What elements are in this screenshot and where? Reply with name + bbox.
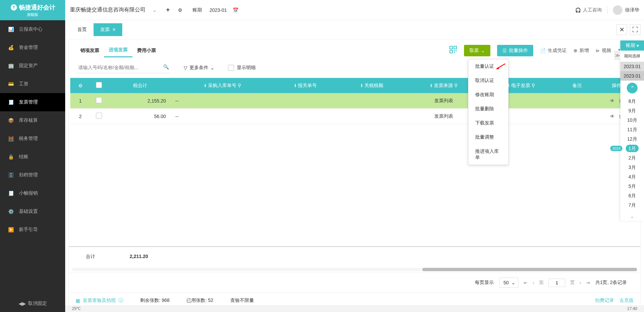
- month-8[interactable]: 8月: [620, 97, 644, 106]
- nav-archive[interactable]: 🗄️归档管理: [0, 166, 65, 184]
- period-toggle-button[interactable]: 账期▾: [620, 40, 644, 51]
- filter-icon[interactable]: ⚲: [532, 83, 535, 88]
- close-all-button[interactable]: ✕: [616, 24, 627, 35]
- company-selector[interactable]: 重庆畅捷交通信息咨询有限公司 ⌄: [70, 6, 157, 13]
- th-checkbox[interactable]: [91, 78, 107, 93]
- row-checkbox[interactable]: [96, 113, 102, 119]
- month-9[interactable]: 9月: [620, 106, 644, 116]
- sort-icon: ▲▼: [360, 84, 363, 88]
- th-settings[interactable]: ⚙: [70, 78, 91, 93]
- table-row[interactable]: 2 56.00 -- 发票列表 是 👁🗑: [70, 109, 639, 124]
- dropdown-batch-delete[interactable]: 批量删除: [468, 102, 508, 116]
- nav-fixed-asset[interactable]: 🏢固定资产: [0, 57, 65, 75]
- recharge-link[interactable]: 去充值: [619, 297, 634, 304]
- th-purchase-no[interactable]: ▲▼采购入库单号 ⚲: [173, 78, 272, 93]
- table: ⚙ 税合计 ▲▼采购入库单号 ⚲ ▲▼报关单号 ▲▼关税税额 ▲▼发票来源 ⚲ …: [69, 78, 640, 246]
- per-page-select[interactable]: 50⌄: [499, 278, 519, 288]
- fullscreen-button[interactable]: ⛶: [630, 24, 641, 35]
- filter-icon[interactable]: ⚲: [454, 83, 458, 88]
- table-row[interactable]: 1 2,155.20 -- 发票列表 是 👁🗑: [70, 93, 639, 109]
- user-menu[interactable]: 徐泽华: [613, 5, 639, 15]
- dropdown-push-stock[interactable]: 推进项入库单: [468, 144, 508, 165]
- nav-fund[interactable]: 💰资金管理: [0, 38, 65, 57]
- subtab-sales[interactable]: 销项发票: [76, 44, 104, 57]
- add-icon[interactable]: +: [166, 6, 170, 13]
- th-tax-total[interactable]: 税合计: [107, 78, 173, 93]
- next-page-icon[interactable]: ›: [579, 280, 581, 285]
- nav-guide[interactable]: ▶️新手引导: [0, 221, 65, 239]
- first-page-icon[interactable]: ⇤: [524, 280, 528, 285]
- period-year-1[interactable]: 2023.01: [620, 62, 644, 71]
- temperature: 25℃: [72, 306, 81, 311]
- row-checkbox[interactable]: [96, 97, 102, 103]
- month-12[interactable]: 12月: [620, 135, 644, 144]
- dropdown-batch-adjust[interactable]: 批量调整: [468, 130, 508, 144]
- dropdown-download[interactable]: 下载发票: [468, 116, 508, 130]
- nav-settings[interactable]: ⚙️基础设置: [0, 202, 65, 221]
- tab-invoice[interactable]: 发票 ×: [94, 23, 122, 36]
- view-icon[interactable]: 👁: [610, 98, 615, 104]
- tab-row: 首页 发票 × ✕ ⛶: [65, 20, 644, 39]
- scroll-down-icon[interactable]: ⌄: [620, 211, 644, 221]
- sidebar-unpin[interactable]: ◀▶取消固定: [0, 295, 65, 312]
- nav-inventory[interactable]: 📦库存核算: [0, 111, 65, 130]
- last-page-icon[interactable]: ⇥: [586, 280, 590, 285]
- dropdown-batch-auth[interactable]: 批量认证: [468, 59, 508, 74]
- show-detail-checkbox[interactable]: 显示明细: [228, 65, 256, 71]
- panel-collapse-handle[interactable]: ≫: [614, 51, 620, 60]
- month-10[interactable]: 10月: [620, 116, 644, 125]
- nav-tax[interactable]: 🧮税务管理: [0, 130, 65, 148]
- fetch-button[interactable]: 取票⌄: [464, 45, 490, 56]
- invoice-icon: 🧾: [7, 99, 14, 106]
- th-customs-no[interactable]: ▲▼报关单号: [272, 78, 339, 93]
- info-icon[interactable]: ⓘ: [119, 297, 123, 304]
- settings-icon[interactable]: ⚙: [178, 7, 182, 13]
- view-icon[interactable]: 👁: [610, 114, 615, 119]
- nav-cloud-report[interactable]: 📊云报表中心: [0, 20, 65, 38]
- more-conditions[interactable]: ▽ 更多条件 ⌄: [184, 65, 214, 71]
- th-remark[interactable]: 备注: [560, 78, 595, 93]
- nav-salary[interactable]: 💳工资: [0, 75, 65, 93]
- building-icon: 🏢: [7, 62, 14, 69]
- horizontal-scrollbar[interactable]: [72, 268, 637, 271]
- invoice-check-link[interactable]: ▦ 发票查验及拍照 ⓘ: [76, 297, 123, 304]
- qr-icon[interactable]: [449, 46, 457, 56]
- subtab-purchase[interactable]: 进项发票: [104, 44, 132, 57]
- page-input[interactable]: [548, 279, 565, 287]
- add-button[interactable]: ⊕新增: [573, 48, 589, 54]
- month-4[interactable]: 4月: [620, 172, 644, 182]
- search-icon[interactable]: 🔍: [163, 64, 169, 69]
- month-11[interactable]: 11月: [620, 125, 644, 135]
- scroll-up-icon[interactable]: ⌃: [627, 83, 638, 93]
- th-customs-tax[interactable]: ▲▼关税税额: [339, 78, 405, 93]
- period-year-2[interactable]: 2023.01: [620, 71, 644, 81]
- svg-rect-0: [450, 46, 453, 49]
- receipt-icon: 🧾: [7, 190, 14, 197]
- close-icon[interactable]: ×: [112, 27, 115, 33]
- batch-button[interactable]: ☰批量操作: [497, 45, 533, 56]
- calendar-icon[interactable]: 📅: [233, 7, 238, 13]
- divider: [607, 6, 608, 14]
- dropdown-cancel-auth[interactable]: 取消认证: [468, 74, 508, 88]
- nav-close[interactable]: 🔒结账: [0, 148, 65, 166]
- filter-icon[interactable]: ⚲: [238, 83, 241, 88]
- subtab-expense[interactable]: 费用小票: [132, 44, 161, 57]
- prev-page-icon[interactable]: ‹: [533, 280, 534, 285]
- month-5[interactable]: 5月: [620, 182, 644, 191]
- month-2[interactable]: 2月: [620, 153, 644, 163]
- video-button[interactable]: ⊳视频: [596, 48, 611, 54]
- period-value[interactable]: 2023-01: [207, 6, 230, 15]
- dropdown-change-period[interactable]: 修改账期: [468, 88, 508, 102]
- gen-voucher-button[interactable]: 📄生成凭证: [540, 48, 567, 54]
- tab-home[interactable]: 首页: [71, 23, 94, 36]
- nav-invoice[interactable]: 🧾发票管理: [0, 93, 65, 111]
- month-1[interactable]: 20231月: [620, 144, 644, 153]
- month-6[interactable]: 6月: [620, 191, 644, 201]
- pagination: 每页显示 50⌄ ⇤ ‹ 第 页 › ⇥ 共1页, 2条记录: [69, 273, 640, 292]
- month-3[interactable]: 3月: [620, 163, 644, 172]
- fee-log-link[interactable]: 扣费记录: [595, 297, 614, 304]
- search-input[interactable]: [76, 62, 170, 73]
- month-7[interactable]: 7月: [620, 201, 644, 210]
- consult-button[interactable]: 🎧 人工咨询: [575, 7, 602, 13]
- nav-reimburse[interactable]: 🧾小畅报销: [0, 184, 65, 202]
